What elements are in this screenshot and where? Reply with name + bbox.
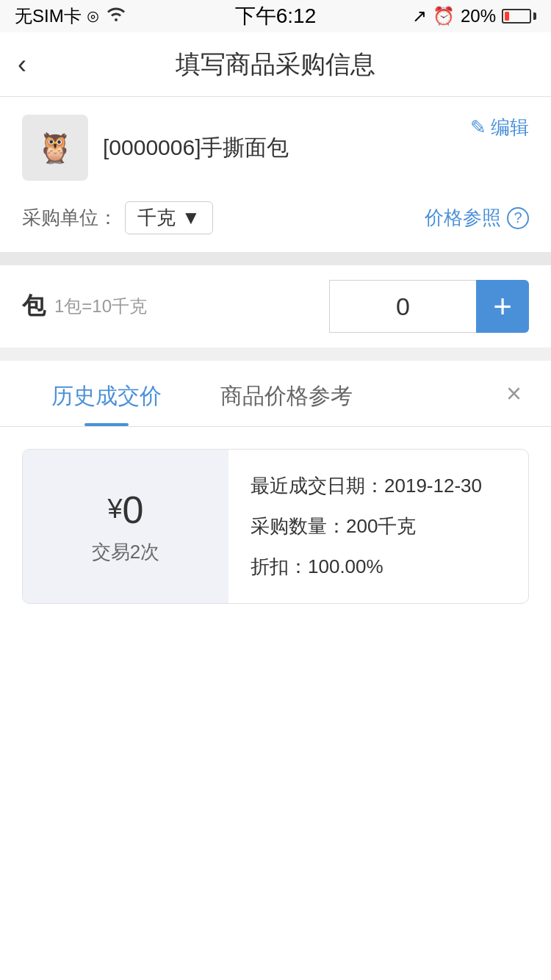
edit-label: 编辑 — [491, 115, 529, 140]
product-image: 🦉 — [22, 115, 88, 181]
price-ref-button[interactable]: 价格参照 ? — [425, 205, 529, 231]
edit-icon: ✎ — [470, 116, 486, 139]
quantity-input[interactable] — [329, 280, 476, 333]
wifi-icon — [106, 6, 126, 26]
card-detail-section: 最近成交日期：2019-12-30 采购数量：200千克 折扣：100.00% — [228, 450, 528, 603]
price-number: 0 — [123, 489, 144, 531]
recent-date-value: 2019-12-30 — [384, 475, 482, 497]
carrier-text: 无SIM卡 ⊙ — [15, 4, 100, 28]
alarm-icon: ⏰ — [433, 6, 455, 26]
status-left: 无SIM卡 ⊙ — [15, 4, 126, 28]
status-time: 下午6:12 — [235, 2, 317, 30]
product-unit-row: 采购单位： 千克 ▼ 价格参照 ? — [22, 195, 529, 234]
history-content: ¥0 交易2次 最近成交日期：2019-12-30 采购数量：200千克 折扣：… — [0, 427, 551, 626]
currency-symbol: ¥ — [108, 494, 123, 525]
battery-text: 20% — [461, 6, 496, 26]
recent-date-label: 最近成交日期： — [251, 475, 384, 497]
product-logo-icon: 🦉 — [37, 131, 73, 165]
tab-product-price-ref[interactable]: 商品价格参考 — [191, 361, 382, 426]
location-icon: ↗ — [412, 6, 427, 26]
history-card: ¥0 交易2次 最近成交日期：2019-12-30 采购数量：200千克 折扣：… — [22, 449, 529, 604]
status-right: ↗ ⏰ 20% — [412, 6, 536, 26]
page-title: 填写商品采购信息 — [176, 48, 375, 82]
discount-row: 折扣：100.00% — [251, 552, 506, 581]
lower-area — [0, 626, 551, 980]
product-header: 🦉 [0000006]手撕面包 ✎ 编辑 — [22, 115, 529, 181]
purchase-quantity-row: 采购数量：200千克 — [251, 512, 506, 541]
tab-close-button[interactable]: × — [499, 371, 529, 417]
section-divider — [0, 252, 551, 265]
dropdown-arrow-icon: ▼ — [181, 206, 201, 229]
status-bar: 无SIM卡 ⊙ 下午6:12 ↗ ⏰ 20% — [0, 0, 551, 32]
card-price-section: ¥0 交易2次 — [23, 450, 228, 603]
product-name: [0000006]手撕面包 — [103, 133, 289, 163]
tab-history-price[interactable]: 历史成交价 — [22, 361, 191, 426]
quantity-input-group: + — [329, 280, 529, 333]
card-price-value: ¥0 — [108, 488, 144, 532]
tab-panel: 历史成交价 商品价格参考 × ¥0 交易2次 最近成交日期：2019-12-30… — [0, 361, 551, 626]
quantity-label: 包 1包=10千克 — [22, 290, 147, 323]
tabs-row: 历史成交价 商品价格参考 — [22, 361, 382, 426]
recent-date-row: 最近成交日期：2019-12-30 — [251, 472, 506, 500]
discount-value: 100.00% — [308, 555, 383, 577]
back-button[interactable]: ‹ — [18, 49, 26, 80]
quantity-plus-button[interactable]: + — [476, 280, 529, 333]
unit-value: 千克 — [137, 205, 176, 231]
card-trades: 交易2次 — [92, 539, 159, 565]
product-section: 🦉 [0000006]手撕面包 ✎ 编辑 采购单位： 千克 ▼ 价格参照 ? — [0, 97, 551, 252]
quantity-conversion: 1包=10千克 — [54, 295, 147, 318]
nav-bar: ‹ 填写商品采购信息 — [0, 32, 551, 97]
unit-label: 采购单位： — [22, 205, 118, 231]
unit-dropdown[interactable]: 千克 ▼ — [125, 201, 213, 234]
quantity-unit-badge: 包 — [22, 290, 46, 323]
help-icon: ? — [507, 207, 529, 229]
price-ref-label: 价格参照 — [425, 205, 501, 231]
battery-icon — [502, 9, 536, 24]
quantity-detail-label: 采购数量： — [251, 515, 346, 537]
edit-button[interactable]: ✎ 编辑 — [470, 115, 529, 140]
quantity-section: 包 1包=10千克 + — [0, 265, 551, 347]
product-left: 🦉 [0000006]手撕面包 — [22, 115, 289, 181]
tab-header: 历史成交价 商品价格参考 × — [0, 361, 551, 427]
unit-left: 采购单位： 千克 ▼ — [22, 201, 213, 234]
quantity-detail-value: 200千克 — [346, 515, 416, 537]
discount-label: 折扣： — [251, 555, 308, 577]
